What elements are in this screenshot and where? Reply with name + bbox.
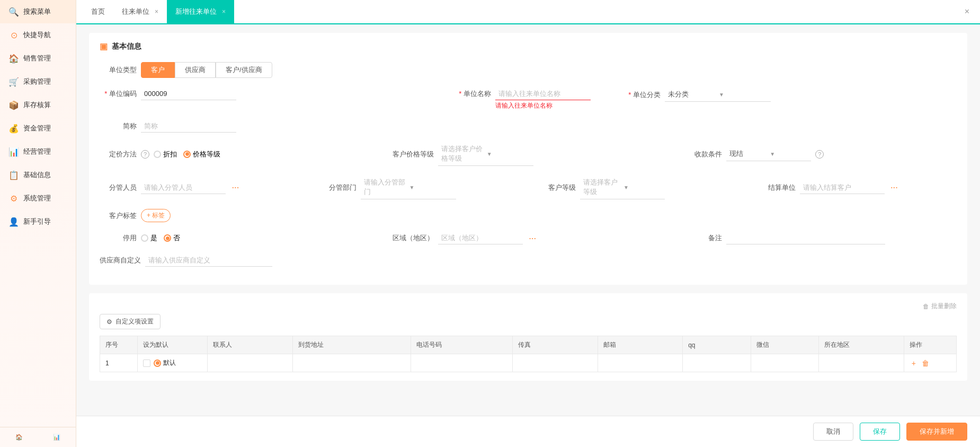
batch-delete-icon: 🗑 (923, 303, 929, 310)
cell-seq: 1 (100, 354, 138, 372)
radio-no[interactable]: 否 (164, 233, 180, 243)
radio-discount[interactable]: 折扣 (154, 150, 177, 159)
unit-name-input[interactable] (495, 87, 591, 100)
manager-dots-btn[interactable]: ··· (230, 183, 242, 191)
remark-input[interactable] (726, 232, 885, 244)
save-new-button[interactable]: 保存并新增 (906, 423, 967, 441)
tab-new-contact-close[interactable]: × (222, 8, 226, 15)
region-table-input[interactable] (824, 359, 867, 367)
region-input[interactable] (438, 232, 523, 244)
sidebar-item-basic-info[interactable]: 📋 基础信息 (0, 163, 76, 187)
tab-contacts-label: 往来单位 (122, 7, 149, 16)
row-add-btn[interactable]: + (910, 359, 918, 367)
region-dots-btn[interactable]: ··· (527, 234, 539, 242)
tab-home[interactable]: 首页 (83, 0, 113, 24)
manager-input[interactable] (141, 181, 226, 194)
custom-settings-btn[interactable]: ⚙ 自定义项设置 (100, 314, 161, 329)
custom-settings-label: 自定义项设置 (115, 317, 154, 326)
sidebar-item-search[interactable]: 🔍 搜索菜单 (0, 0, 76, 23)
radio-price-level-dot (183, 151, 191, 158)
sidebar-item-label: 经营管理 (23, 147, 51, 156)
payment-help-icon[interactable]: ? (815, 150, 824, 159)
unit-category-select[interactable]: 未分类 ▼ (665, 87, 771, 102)
dept-arrow-icon: ▼ (409, 185, 453, 190)
purchase-icon: 🛒 (8, 76, 19, 87)
row-default-radio[interactable]: 默认 (154, 358, 176, 367)
row-default-dot (154, 360, 161, 367)
short-name-input[interactable] (141, 120, 236, 133)
save-button[interactable]: 保存 (860, 423, 900, 441)
unit-category-label: 单位分类 (623, 90, 661, 100)
finance-icon: 💰 (8, 123, 19, 134)
sidebar-item-inventory[interactable]: 📦 库存核算 (0, 93, 76, 117)
sidebar-item-guide[interactable]: 👤 新手引导 (0, 210, 76, 233)
tab-new-contact[interactable]: 新增往来单位 × (167, 0, 234, 24)
col-wechat: 微信 (751, 336, 819, 354)
stats-btn[interactable]: 📊 (51, 432, 63, 443)
row-delete-btn[interactable]: 🗑 (920, 359, 931, 367)
pricing-field: 定价方法 ? 折扣 价格等级 (100, 150, 371, 159)
sidebar-item-sales[interactable]: 🏠 销售管理 (0, 47, 76, 70)
cell-region (819, 354, 904, 372)
customer-level-select[interactable]: 请选择客户等级 ▼ (580, 176, 665, 199)
unit-name-field: 单位名称 (454, 87, 602, 100)
disable-field: 停用 是 否 (100, 233, 371, 243)
manager-row: 分管人员 ··· 分管部门 请输入分管部门 ▼ 客户等级 请选择客户等级 ▼ (100, 176, 957, 199)
supplier-custom-field: 供应商自定义 (100, 254, 957, 267)
unit-type-field: 单位类型 客户 供应商 客户/供应商 (100, 62, 957, 78)
unit-type-customer-btn[interactable]: 客户 (141, 62, 175, 78)
sidebar-item-purchase[interactable]: 🛒 采购管理 (0, 70, 76, 93)
pricing-help-icon[interactable]: ? (141, 150, 149, 159)
footer: 取消 保存 保存并新增 (76, 416, 980, 447)
customer-price-select[interactable]: 请选择客户价格等级 ▼ (438, 142, 533, 166)
home-bottom-btn[interactable]: 🏠 (13, 432, 25, 443)
radio-no-label: 否 (173, 233, 180, 243)
tab-bar-close-btn[interactable]: × (960, 5, 974, 19)
guide-icon: 👤 (8, 216, 19, 227)
main-area: 首页 往来单位 × 新增往来单位 × × ▣ 基本信息 单位类型 客户 (76, 0, 980, 447)
wechat-input[interactable] (756, 359, 788, 367)
row-checkbox[interactable] (143, 360, 150, 367)
email-input[interactable] (603, 359, 646, 367)
tab-contacts[interactable]: 往来单位 × (113, 0, 167, 24)
unit-type-row: 单位类型 客户 供应商 客户/供应商 (100, 62, 957, 78)
ops-icon: 📊 (8, 146, 19, 157)
unit-type-supplier-btn[interactable]: 供应商 (175, 62, 216, 78)
unit-name-label: 单位名称 (454, 89, 491, 99)
section-title: ▣ 基本信息 (100, 41, 957, 51)
settlement-input[interactable] (800, 181, 885, 194)
disable-radio-group: 是 否 (141, 233, 180, 243)
radio-price-level[interactable]: 价格等级 (183, 150, 220, 159)
settlement-dots-btn[interactable]: ··· (889, 183, 901, 191)
batch-delete-btn[interactable]: 🗑 批量删除 (923, 302, 957, 311)
dept-select[interactable]: 请输入分管部门 ▼ (361, 176, 456, 199)
contact-table: 序号 设为默认 联系人 到货地址 电话号码 传真 邮箱 qq 微信 所在地区 操… (100, 336, 957, 372)
customer-level-label: 客户等级 (539, 183, 576, 192)
col-contact: 联系人 (208, 336, 292, 354)
system-icon: ⚙ (8, 193, 19, 204)
payment-condition-select[interactable]: 现结 ▼ (726, 147, 811, 161)
supplier-custom-input[interactable] (145, 254, 272, 267)
add-tag-btn[interactable]: + 标签 (141, 209, 171, 222)
qq-input[interactable] (688, 359, 720, 367)
sidebar-item-ops[interactable]: 📊 经营管理 (0, 140, 76, 163)
tab-new-contact-label: 新增往来单位 (175, 7, 217, 16)
contact-input[interactable] (213, 359, 255, 367)
address-input[interactable] (298, 359, 362, 367)
tab-contacts-close[interactable]: × (155, 8, 158, 15)
sidebar-item-finance[interactable]: 💰 资金管理 (0, 117, 76, 140)
unit-type-both-btn[interactable]: 客户/供应商 (216, 62, 272, 78)
sidebar-item-system[interactable]: ⚙ 系统管理 (0, 187, 76, 210)
fax-input[interactable] (518, 359, 560, 367)
cancel-button[interactable]: 取消 (813, 423, 853, 441)
cell-action: + 🗑 (904, 354, 956, 372)
pricing-row: 定价方法 ? 折扣 价格等级 客户价格等级 (100, 142, 957, 166)
payment-condition-value: 现结 (729, 149, 768, 159)
phone-input[interactable] (416, 359, 469, 367)
unit-code-input[interactable] (141, 87, 236, 100)
remark-field: 备注 (685, 232, 957, 244)
radio-no-dot (164, 234, 171, 242)
radio-yes[interactable]: 是 (141, 233, 157, 243)
sidebar-item-quick-nav[interactable]: ⊙ 快捷导航 (0, 23, 76, 47)
page-content: ▣ 基本信息 单位类型 客户 供应商 客户/供应商 单位编码 (76, 24, 980, 416)
